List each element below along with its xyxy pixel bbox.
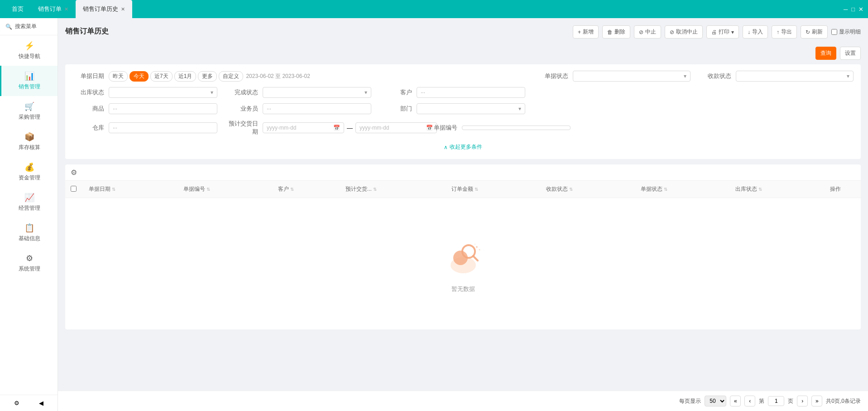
date-btn-today[interactable]: 今天 bbox=[129, 71, 149, 82]
sort-payment-icon[interactable]: ⇅ bbox=[569, 187, 573, 192]
data-table: 单据日期 ⇅ 单据编号 ⇅ 客户 ⇅ bbox=[65, 181, 861, 329]
empty-state: 暂无数据 bbox=[65, 198, 861, 329]
cancel-stop-button[interactable]: ⊘ 取消中止 bbox=[665, 25, 703, 39]
date-btn-custom[interactable]: 自定义 bbox=[219, 71, 243, 82]
print-button[interactable]: 🖨 打印 ▾ bbox=[706, 25, 739, 39]
date-label: 单据日期 bbox=[72, 72, 109, 80]
svg-point-5 bbox=[479, 249, 480, 251]
sidebar-item-basic-info[interactable]: 📋 基础信息 bbox=[0, 218, 58, 248]
salesperson-label: 业务员 bbox=[226, 105, 263, 113]
new-button[interactable]: + 新增 bbox=[573, 25, 599, 39]
salesperson-select[interactable]: ··· bbox=[263, 103, 371, 114]
customer-label: 客户 bbox=[380, 88, 417, 97]
operations-icon: 📈 bbox=[24, 193, 34, 203]
sort-delivery-icon[interactable]: ⇅ bbox=[373, 187, 377, 192]
out-status-select[interactable]: ▾ bbox=[109, 87, 217, 98]
settings-button[interactable]: 设置 bbox=[840, 47, 861, 60]
window-min-btn[interactable]: ─ bbox=[844, 6, 848, 13]
sidebar-item-operations[interactable]: 📈 经营管理 bbox=[0, 187, 58, 218]
collapse-up-icon: ∧ bbox=[444, 144, 448, 150]
select-all-checkbox[interactable] bbox=[71, 186, 77, 192]
dept-select-arrow: ▾ bbox=[518, 106, 521, 112]
tab-sales-order-history-close[interactable]: ✕ bbox=[121, 6, 125, 12]
delivery-date-from[interactable]: yyyy-mm-dd 📅 bbox=[263, 122, 344, 133]
sort-order-icon[interactable]: ⇅ bbox=[206, 187, 210, 192]
empty-text: 暂无数据 bbox=[451, 285, 475, 293]
status-select[interactable]: ▾ bbox=[573, 71, 691, 82]
date-range-separator: — bbox=[347, 125, 353, 131]
col-doc-status: 单据状态 ⇅ bbox=[635, 181, 730, 198]
dept-select[interactable]: ▾ bbox=[417, 103, 525, 114]
tab-home[interactable]: 首页 bbox=[5, 0, 31, 18]
complete-status-label: 完成状态 bbox=[226, 88, 263, 97]
sidebar-item-system[interactable]: ⚙ 系统管理 bbox=[0, 248, 58, 278]
goods-label: 商品 bbox=[72, 105, 109, 113]
print-icon: 🖨 bbox=[711, 29, 717, 35]
page-label-2: 页 bbox=[788, 397, 793, 405]
next-page-btn[interactable]: › bbox=[797, 396, 808, 406]
date-btn-1month[interactable]: 近1月 bbox=[174, 71, 197, 82]
delete-button[interactable]: 🗑 删除 bbox=[602, 25, 630, 39]
out-select-arrow: ▾ bbox=[211, 89, 213, 96]
filter-row-1: 单据日期 昨天 今天 近7天 近1月 更多 自定义 2023-06-02 至 2… bbox=[72, 71, 854, 82]
tab-sales-order[interactable]: 销售订单 ✕ bbox=[31, 0, 76, 18]
sort-date-icon[interactable]: ⇅ bbox=[112, 187, 115, 192]
last-page-btn[interactable]: » bbox=[811, 396, 822, 406]
calendar-from-icon[interactable]: 📅 bbox=[333, 125, 340, 131]
page-label: 第 bbox=[759, 397, 764, 405]
sidebar-item-purchase[interactable]: 🛒 采购管理 bbox=[0, 96, 58, 126]
sort-doc-icon[interactable]: ⇅ bbox=[664, 187, 667, 192]
payment-status-select[interactable]: ▾ bbox=[736, 71, 854, 82]
settings-bottom-icon[interactable]: ⚙ bbox=[14, 400, 19, 406]
sidebar-item-sales[interactable]: 📊 销售管理 bbox=[0, 66, 58, 96]
stop-icon: ⊘ bbox=[639, 29, 643, 35]
purchase-icon: 🛒 bbox=[24, 102, 34, 111]
goods-select[interactable]: ··· bbox=[109, 103, 217, 114]
sidebar-item-inventory[interactable]: 📦 库存核算 bbox=[0, 126, 58, 157]
complete-status-select[interactable]: ▾ bbox=[263, 87, 371, 98]
sort-customer-icon[interactable]: ⇅ bbox=[290, 187, 294, 192]
display-cols-checkbox[interactable]: 显示明细 bbox=[831, 28, 861, 36]
table-settings-icon[interactable]: ⚙ bbox=[71, 168, 77, 177]
query-button[interactable]: 查询 bbox=[815, 47, 836, 60]
prev-page-btn[interactable]: ‹ bbox=[744, 396, 755, 406]
import-icon: ↓ bbox=[748, 29, 750, 35]
print-arrow-icon: ▾ bbox=[731, 29, 734, 35]
sidebar-search[interactable]: 🔍 搜索菜单 bbox=[0, 18, 58, 35]
delivery-date-to[interactable]: yyyy-mm-dd 📅 bbox=[355, 122, 437, 133]
status-select-arrow: ▾ bbox=[684, 73, 686, 79]
sort-amount-icon[interactable]: ⇅ bbox=[475, 187, 478, 192]
import-button[interactable]: ↓ 导入 bbox=[743, 25, 768, 39]
sort-out-icon[interactable]: ⇅ bbox=[758, 187, 762, 192]
current-page-input[interactable] bbox=[768, 396, 784, 406]
order-no-input[interactable] bbox=[462, 126, 571, 130]
tab-sales-order-close[interactable]: ✕ bbox=[64, 6, 68, 12]
svg-line-3 bbox=[473, 256, 478, 261]
window-close-btn[interactable]: ✕ bbox=[858, 6, 863, 13]
toolbar: + 新增 🗑 删除 ⊘ 中止 ⊘ 取消中止 bbox=[573, 25, 861, 39]
window-max-btn[interactable]: □ bbox=[851, 6, 855, 13]
tab-sales-order-history[interactable]: 销售订单历史 ✕ bbox=[76, 0, 132, 18]
empty-row: 暂无数据 bbox=[65, 198, 861, 330]
date-btn-yesterday[interactable]: 昨天 bbox=[109, 71, 128, 82]
first-page-btn[interactable]: « bbox=[730, 396, 741, 406]
filter-panel: 单据日期 昨天 今天 近7天 近1月 更多 自定义 2023-06-02 至 2… bbox=[65, 64, 861, 159]
system-icon: ⚙ bbox=[26, 253, 33, 263]
page-size-select[interactable]: 50 bbox=[705, 396, 726, 406]
date-btn-7days[interactable]: 近7天 bbox=[150, 71, 173, 82]
complete-select-arrow: ▾ bbox=[364, 89, 367, 96]
collapse-button[interactable]: ∧ 收起更多条件 bbox=[444, 143, 482, 151]
stop-button[interactable]: ⊘ 中止 bbox=[634, 25, 661, 39]
svg-point-4 bbox=[476, 246, 478, 248]
collapse-sidebar-icon[interactable]: ◀ bbox=[39, 400, 43, 406]
layout: 🔍 搜索菜单 ⚡ 快捷导航 📊 销售管理 🛒 采购管理 📦 库存核算 💰 资金管… bbox=[0, 18, 868, 411]
warehouse-select[interactable]: ··· bbox=[109, 122, 217, 133]
display-cols-input[interactable] bbox=[831, 29, 837, 35]
date-btn-more[interactable]: 更多 bbox=[198, 71, 217, 82]
sidebar-item-finance[interactable]: 💰 资金管理 bbox=[0, 157, 58, 187]
sidebar-item-quick-nav[interactable]: ⚡ 快捷导航 bbox=[0, 35, 58, 66]
export-button[interactable]: ↑ 导出 bbox=[772, 25, 797, 39]
refresh-button[interactable]: ↻ 刷新 bbox=[801, 25, 828, 39]
customer-select[interactable]: ··· bbox=[417, 87, 525, 98]
col-order-no: 单据编号 ⇅ bbox=[178, 181, 273, 198]
